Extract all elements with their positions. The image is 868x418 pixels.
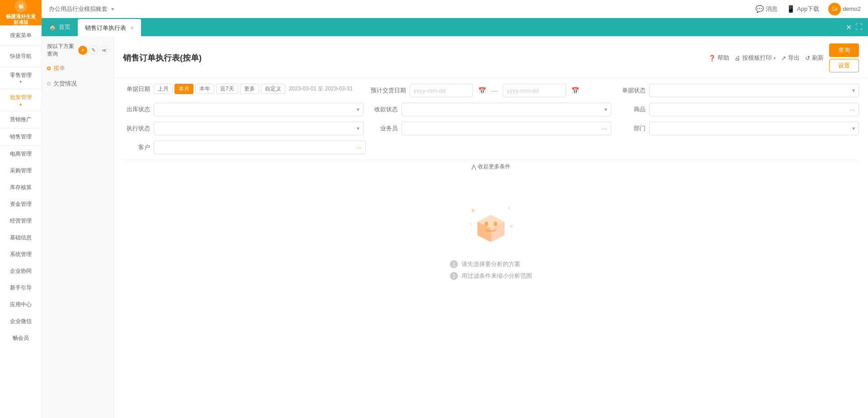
query-button[interactable]: 查询 — [829, 43, 859, 57]
date-btn-more[interactable]: 更多 — [240, 84, 259, 94]
active-tab-label: 销售订单执行表 — [85, 24, 126, 32]
sidebar-item-marketing[interactable]: 营销推广 — [0, 111, 41, 128]
account-arrow[interactable]: ▾ — [111, 6, 114, 12]
product-dots-icon[interactable]: ··· — [849, 106, 855, 113]
user-profile-item[interactable]: Ea demo2 — [828, 3, 861, 15]
user-name: demo2 — [843, 5, 861, 12]
customer-field[interactable]: ··· — [154, 141, 366, 154]
shipment-status-label: 出库状态 — [123, 105, 150, 114]
shipment-status-field[interactable]: ▾ — [154, 103, 363, 116]
expected-date-start-input[interactable] — [410, 84, 473, 97]
sidebar-item-basics[interactable]: 基础信息 — [0, 229, 41, 246]
logo-subtext: 标准版 — [14, 19, 28, 25]
sidebar-item-apps[interactable]: 应用中心 — [0, 296, 41, 313]
export-button[interactable]: ↗ 导出 — [781, 54, 800, 62]
inactive-dot-icon — [47, 82, 51, 86]
newbie-label: 新手引导 — [0, 284, 41, 292]
svg-point-9 — [485, 222, 488, 226]
receipt-status-field[interactable]: ▾ — [401, 103, 611, 116]
date-btn-this-month[interactable]: 本月 — [175, 84, 193, 94]
department-field[interactable]: ▾ — [649, 122, 859, 135]
account-title: 办公用品行业模拟账套 — [49, 5, 108, 13]
sidebar-item-member[interactable]: 畅会员 — [0, 330, 41, 347]
quick-nav-label: 快捷导航 — [0, 50, 41, 63]
sidebar-item-operations[interactable]: 经营管理 — [0, 213, 41, 229]
customer-dots-icon[interactable]: ··· — [357, 144, 362, 151]
wholesale-label: 批发管理 — [0, 94, 41, 101]
refresh-button[interactable]: ↺ 刷新 — [805, 54, 824, 62]
tab-fullscreen-icon[interactable]: ⛶ — [855, 23, 863, 31]
scheme-label-按单: 按单 — [53, 64, 65, 72]
tab-sales-order[interactable]: 销售订单执行表 × — [78, 19, 141, 37]
left-panel: 按以下方案查询 + ✎ ≪ 按单 欠货情况 — [42, 36, 114, 418]
app-icon: 📱 — [787, 5, 795, 13]
date-range-display: 2023-03-01 至 2023-03-31 — [289, 85, 353, 93]
collapse-panel-button[interactable]: ≪ — [100, 46, 109, 55]
operations-label: 经营管理 — [0, 217, 41, 225]
app-download-item[interactable]: 📱 App下载 — [787, 5, 819, 13]
tab-close-icon[interactable]: × — [131, 25, 134, 31]
scheme-label-欠货情况: 欠货情况 — [53, 80, 77, 88]
sidebar-quick-nav[interactable]: 快捷导航 — [0, 46, 41, 67]
avatar-text: Ea — [832, 6, 837, 11]
execution-status-field[interactable]: ▾ — [154, 122, 363, 135]
sidebar-item-system[interactable]: 系统管理 — [0, 246, 41, 263]
sidebar-item-purchase[interactable]: 采购管理 — [0, 162, 41, 179]
sidebar-search-item[interactable]: 搜索菜单 — [0, 25, 41, 46]
message-item[interactable]: 💬 消息 — [755, 5, 778, 13]
print-button[interactable]: 🖨 按模板打印 ▾ — [735, 54, 776, 62]
search-menu-label: 搜索菜单 — [0, 29, 41, 42]
edit-scheme-button[interactable]: ✎ — [89, 46, 98, 55]
sidebar-item-ecommerce[interactable]: 电商管理 — [0, 146, 41, 162]
sidebar-item-retail[interactable]: 零售管理 ▾ — [0, 67, 41, 89]
filter-row-1: 单据日期 上月 本月 本年 近7天 更多 自定义 2023-03-01 至 20… — [123, 84, 859, 97]
date-btn-custom[interactable]: 自定义 — [261, 84, 285, 94]
sidebar-section-marketing: 营销推广 — [0, 111, 41, 128]
add-scheme-button[interactable]: + — [78, 46, 87, 55]
tabbar-actions: ✕ ⛶ — [846, 23, 868, 32]
refresh-icon: ↺ — [805, 55, 810, 62]
calendar-icon-1[interactable]: 📅 — [478, 87, 486, 94]
filter-row-3: 执行状态 ▾ 业务员 ··· 部门 — [123, 122, 859, 135]
salesperson-label: 业务员 — [371, 124, 398, 133]
wechat-label: 企业微信 — [0, 318, 41, 325]
sidebar-item-wholesale[interactable]: 批发管理 ▴ — [0, 89, 41, 111]
tab-home[interactable]: 🏠 首页 — [42, 18, 78, 36]
product-field[interactable]: ··· — [649, 103, 859, 116]
sidebar-item-wechat[interactable]: 企业微信 — [0, 313, 41, 330]
expected-date-end-input[interactable] — [503, 84, 566, 97]
salesperson-field[interactable]: ··· — [401, 122, 611, 135]
sidebar-item-sales[interactable]: 销售管理 — [0, 128, 41, 145]
sidebar-section-sales: 销售管理 — [0, 128, 41, 146]
calendar-icon-2[interactable]: 📅 — [571, 87, 579, 94]
sidebar-item-newbie[interactable]: 新手引导 — [0, 280, 41, 296]
help-button[interactable]: ❓ 帮助 — [708, 54, 729, 62]
apps-label: 应用中心 — [0, 301, 41, 309]
salesperson-dots-icon[interactable]: ··· — [602, 125, 607, 132]
sidebar-item-enterprise[interactable]: 企业协同 — [0, 263, 41, 280]
help-label: 帮助 — [717, 54, 729, 62]
date-btn-this-year[interactable]: 本年 — [195, 84, 214, 94]
scheme-item-按单[interactable]: 按单 — [42, 61, 113, 76]
scheme-item-欠货情况[interactable]: 欠货情况 — [42, 76, 113, 91]
department-label: 部门 — [618, 124, 646, 133]
tab-close-window-icon[interactable]: ✕ — [846, 23, 852, 32]
logo-text: 畅捷通好生意 — [6, 14, 36, 19]
home-tab-label: 首页 — [59, 23, 71, 31]
doc-status-field[interactable]: ▾ — [649, 84, 859, 97]
print-label: 按模板打印 — [742, 54, 772, 62]
page-header-actions: ❓ 帮助 🖨 按模板打印 ▾ ↗ 导出 ↺ 刷新 — [708, 43, 859, 72]
right-content: 销售订单执行表(按单) ❓ 帮助 🖨 按模板打印 ▾ ↗ 导出 — [114, 36, 868, 418]
help-icon: ❓ — [708, 55, 716, 62]
sidebar-item-finance[interactable]: 资金管理 — [0, 196, 41, 213]
department-arrow-icon: ▾ — [852, 125, 855, 132]
left-panel-icons: + ✎ ≪ — [78, 46, 109, 55]
sidebar-item-inventory[interactable]: 库存核算 — [0, 179, 41, 196]
purchase-label: 采购管理 — [0, 167, 41, 175]
date-btn-last-month[interactable]: 上月 — [154, 84, 173, 94]
doc-status-label: 单据状态 — [618, 86, 646, 95]
collapse-filters-button[interactable]: ⋀ 收起更多条件 — [123, 160, 859, 173]
topbar-left: 办公用品行业模拟账套 ▾ — [49, 5, 114, 13]
date-btn-7days[interactable]: 近7天 — [216, 84, 238, 94]
settings-button[interactable]: 设置 — [829, 59, 859, 72]
